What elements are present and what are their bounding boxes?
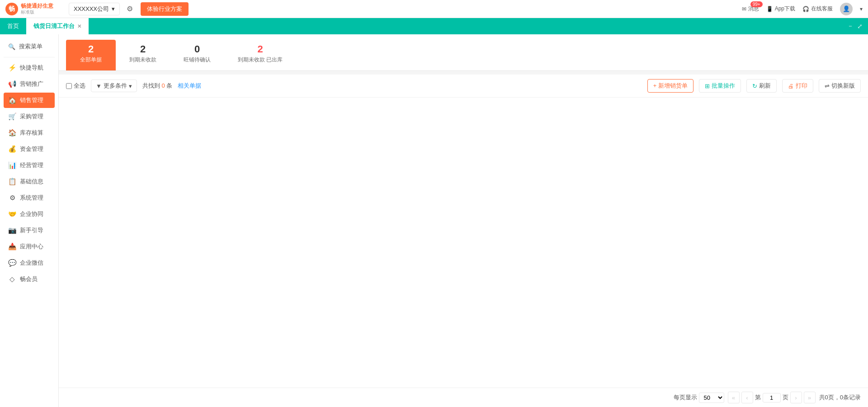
search-menu-label: 搜索菜单: [19, 42, 42, 51]
sidebar-item-label: 快捷导航: [20, 64, 43, 72]
search-menu[interactable]: 🔍 搜索菜单: [4, 39, 55, 54]
switch-version-button[interactable]: ⇌ 切换新版: [819, 79, 861, 93]
found-text: 共找到 0 条: [142, 82, 172, 90]
sidebar-item-inventory[interactable]: 🏠 库存核算: [4, 125, 55, 140]
sidebar-item-app-center[interactable]: 📥 应用中心: [4, 239, 55, 254]
stat-number-all: 2: [88, 43, 94, 55]
download-icon: 📱: [766, 6, 773, 12]
sidebar-item-purchase[interactable]: 🛒 采购管理: [4, 109, 55, 124]
user-menu[interactable]: ▾: [860, 6, 863, 12]
messages-action[interactable]: ✉ 消息 99+: [742, 5, 759, 13]
tab-minimize-button[interactable]: －: [847, 22, 854, 30]
switch-btn-label: 切换新版: [831, 82, 855, 90]
finance-icon: 💰: [8, 145, 16, 153]
sales-icon: 🏠: [8, 96, 16, 104]
avatar-icon: 👤: [843, 5, 850, 12]
sidebar-item-label: 企业协同: [20, 210, 43, 218]
app-download-label: App下载: [775, 5, 795, 13]
tab-maximize-button[interactable]: ⤢: [857, 23, 863, 30]
quick-nav-icon: ⚡: [8, 64, 16, 72]
app-download-action[interactable]: 📱 App下载: [766, 5, 795, 13]
first-page-button[interactable]: «: [728, 392, 740, 403]
online-service-label: 在线客服: [811, 5, 833, 13]
refresh-button[interactable]: ↻ 刷新: [746, 79, 777, 93]
chevron-down-icon: ▾: [112, 5, 115, 12]
logo-text: 畅捷通好生意 标准版: [21, 3, 53, 14]
sidebar-item-sales[interactable]: 🏠 销售管理: [4, 93, 55, 108]
next-page-button[interactable]: ›: [790, 392, 802, 403]
avatar[interactable]: 👤: [840, 3, 853, 15]
page-size-dropdown[interactable]: 50 100 200: [699, 393, 724, 403]
purchase-icon: 🛒: [8, 112, 16, 121]
sidebar-item-basic-info[interactable]: 📋 基础信息: [4, 174, 55, 189]
page-size-select: 每页显示 50 100 200: [674, 393, 724, 403]
app-center-icon: 📥: [8, 243, 16, 251]
select-all-checkbox[interactable]: 全选: [66, 82, 85, 90]
top-header: 畅 畅捷通好生意 标准版 XXXXXX公司 ▾ ⚙ 体验行业方案 ✉ 消息 99…: [0, 0, 868, 18]
sidebar-item-marketing[interactable]: 📢 营销推广: [4, 76, 55, 92]
sidebar-item-label: 资金管理: [20, 145, 43, 153]
system-icon: ⚙: [8, 194, 16, 202]
chevron-down-filter-icon: ▾: [129, 83, 132, 89]
tab-close-icon[interactable]: ✕: [77, 23, 81, 29]
content-area: 2 全部单据 2 到期未收款 0 旺铺待确认 2 到期未收款 已出库 全选: [59, 34, 868, 407]
sidebar-item-beginner-guide[interactable]: 📷 新手引导: [4, 223, 55, 238]
tab-home[interactable]: 首页: [0, 18, 26, 34]
sidebar-item-label: 系统管理: [20, 194, 43, 202]
marketing-icon: 📢: [8, 80, 16, 88]
stat-tab-pending[interactable]: 0 旺铺待确认: [170, 40, 224, 70]
stat-tab-shipped[interactable]: 2 到期未收款 已出库: [224, 40, 296, 70]
more-filter-button[interactable]: ▼ 更多条件 ▾: [91, 80, 137, 92]
sidebar-item-enterprise-wechat[interactable]: 💬 企业微信: [4, 255, 55, 271]
print-button[interactable]: 🖨 打印: [782, 79, 813, 93]
sidebar-item-operation[interactable]: 📊 经营管理: [4, 158, 55, 173]
total-records-text: 共0页，0条记录: [819, 393, 861, 402]
stat-tab-overdue[interactable]: 2 到期未收款: [116, 40, 170, 70]
print-icon: 🖨: [788, 83, 794, 89]
messages-badge: 99+: [750, 1, 763, 7]
stat-tab-all[interactable]: 2 全部单据: [66, 40, 116, 70]
member-icon: ◇: [8, 275, 16, 283]
trial-button[interactable]: 体验行业方案: [141, 2, 189, 16]
related-documents-link[interactable]: 相关单据: [178, 82, 201, 90]
stats-tabs: 2 全部单据 2 到期未收款 0 旺铺待确认 2 到期未收款 已出库: [59, 34, 868, 71]
found-unit: 条: [166, 82, 172, 89]
sidebar-item-label: 经营管理: [20, 161, 43, 169]
found-count: 0: [162, 82, 165, 89]
service-icon: 🎧: [802, 6, 809, 12]
tab-workbench[interactable]: 钱货日清工作台 ✕: [26, 18, 89, 34]
page-number-input[interactable]: [763, 393, 781, 402]
tab-home-label: 首页: [7, 22, 19, 30]
page-size-label: 每页显示: [674, 393, 697, 402]
logo-title: 畅捷通好生意: [21, 3, 53, 9]
enterprise-collab-icon: 🤝: [8, 210, 16, 218]
last-page-button[interactable]: »: [804, 392, 816, 403]
sidebar-item-enterprise-collab[interactable]: 🤝 企业协同: [4, 206, 55, 222]
sidebar-item-member[interactable]: ◇ 畅会员: [4, 271, 55, 287]
basic-info-icon: 📋: [8, 178, 16, 186]
switch-icon: ⇌: [825, 83, 830, 89]
stat-number-overdue: 2: [140, 43, 146, 55]
settings-icon[interactable]: ⚙: [123, 3, 136, 15]
add-sales-order-button[interactable]: + 新增销货单: [647, 79, 693, 93]
sidebar-divider-top: [4, 57, 55, 57]
sidebar-item-system[interactable]: ⚙ 系统管理: [4, 190, 55, 206]
batch-btn-label: 批量操作: [712, 82, 735, 90]
sidebar: 🔍 搜索菜单 ⚡ 快捷导航 📢 营销推广 🏠 销售管理 🛒 采购管理 🏠: [0, 34, 59, 407]
stat-label-shipped: 到期未收款 已出库: [238, 56, 283, 64]
sidebar-item-quick-nav[interactable]: ⚡ 快捷导航: [4, 60, 55, 75]
prev-page-button[interactable]: ‹: [741, 392, 753, 403]
stat-number-shipped: 2: [258, 43, 263, 55]
enterprise-wechat-icon: 💬: [8, 259, 16, 267]
sidebar-item-label: 畅会员: [20, 275, 38, 283]
logo-icon: 畅: [5, 3, 18, 15]
company-selector[interactable]: XXXXXX公司 ▾: [69, 3, 120, 15]
sidebar-item-label: 企业微信: [20, 259, 43, 267]
batch-operation-button[interactable]: ⊞ 批量操作: [699, 79, 741, 93]
sidebar-item-label: 采购管理: [20, 112, 43, 121]
select-all-input[interactable]: [66, 83, 72, 89]
online-service-action[interactable]: 🎧 在线客服: [802, 5, 833, 13]
sidebar-item-finance[interactable]: 💰 资金管理: [4, 141, 55, 157]
stat-label-all: 全部单据: [80, 56, 102, 64]
sidebar-top: 🔍 搜索菜单 ⚡ 快捷导航 📢 营销推广 🏠 销售管理 🛒 采购管理 🏠: [0, 34, 58, 291]
